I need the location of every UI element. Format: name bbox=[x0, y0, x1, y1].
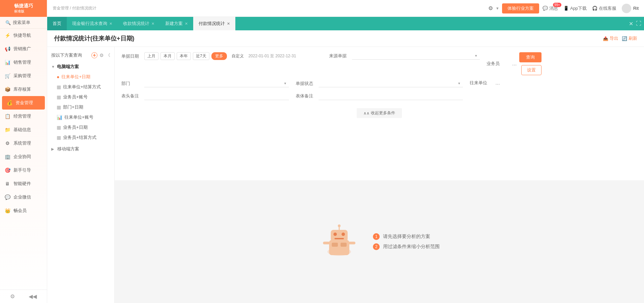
sidebar-item-quick-nav[interactable]: ⚡ 快捷导航 bbox=[0, 29, 47, 42]
date-range: 2022-01-01 至 2022-12-31 bbox=[248, 53, 296, 59]
filter-area: 单据日期 上月 本月 本年 近7天 更多 自定义 2022-01-01 至 20… bbox=[115, 47, 644, 180]
scheme-item-salesman-date[interactable]: ▦业务员+日期 bbox=[47, 122, 114, 132]
add-scheme-icon[interactable]: + bbox=[91, 52, 97, 58]
main-area: 资金管理 / 付款情况统计 ⚙ ▾ 体验行业方案 💬 消息 99+ 📱 App下… bbox=[47, 0, 644, 303]
date-btn-this-month[interactable]: 本月 bbox=[160, 52, 175, 60]
sidebar-item-enterprise[interactable]: 🏢 企业协同 bbox=[0, 150, 47, 163]
sidebar-item-purchase[interactable]: 🛒 采购管理 bbox=[0, 69, 47, 83]
close-tab-icon[interactable]: ✕ bbox=[629, 21, 633, 27]
scheme-panel: 按以下方案查询 + ⚙ 《 ▼ 电脑端方案 ●往来单位+日期▦往来单位+结算方式… bbox=[47, 47, 115, 303]
sidebar-label-sales: 销售管理 bbox=[13, 59, 31, 65]
sidebar-item-wechat[interactable]: 💬 企业微信 bbox=[0, 190, 47, 204]
scheme-item-partner-account[interactable]: 📊往来单位+账号 bbox=[47, 112, 114, 122]
tab-bank-flow[interactable]: 现金银行流水查询✕ bbox=[67, 17, 118, 30]
pc-section-header[interactable]: ▼ 电脑端方案 bbox=[47, 62, 114, 72]
sidebar-item-guide[interactable]: 🎯 新手引导 bbox=[0, 163, 47, 177]
table-header-input[interactable] bbox=[144, 92, 289, 100]
scheme-setting-icon[interactable]: ⚙ bbox=[99, 53, 104, 58]
date-btn-7days[interactable]: 近7天 bbox=[193, 52, 209, 60]
empty-step-1-text: 请先选择要分析的方案 bbox=[383, 234, 430, 240]
close-payment-stats-icon[interactable]: ✕ bbox=[227, 22, 230, 26]
date-btn-more[interactable]: 更多 bbox=[211, 52, 227, 60]
export-button[interactable]: 📤 导出 bbox=[603, 35, 618, 41]
finance-icon: 💰 bbox=[6, 99, 13, 106]
sidebar-item-marketing[interactable]: 📢 营销推广 bbox=[0, 42, 47, 56]
close-bank-flow-icon[interactable]: ✕ bbox=[109, 22, 112, 26]
tab-label-home: 首页 bbox=[53, 21, 61, 27]
tab-label-collection-stats: 收款情况统计 bbox=[123, 21, 149, 27]
trial-button[interactable]: 体验行业方案 bbox=[502, 3, 539, 13]
sidebar-item-inventory[interactable]: 📦 库存核算 bbox=[0, 83, 47, 96]
empty-step-2-text: 用过滤条件来缩小分析范围 bbox=[383, 244, 440, 250]
search-icon: 🔍 bbox=[5, 20, 11, 25]
online-service-button[interactable]: 🎧 在线客服 bbox=[592, 5, 616, 11]
voucher-status-select[interactable]: ▾ bbox=[319, 80, 463, 87]
maximize-icon[interactable]: ⛶ bbox=[636, 21, 641, 27]
messages-button[interactable]: 💬 消息 99+ bbox=[543, 5, 558, 11]
scheme-actions: + ⚙ 《 bbox=[91, 52, 110, 58]
sidebar-label-operations: 经营管理 bbox=[13, 113, 31, 119]
sidebar: 畅捷通巧 标准版 🔍 搜索菜单 ⚡ 快捷导航 📢 营销推广 📊 销售管理 🛒 采… bbox=[0, 0, 47, 303]
svg-rect-10 bbox=[323, 242, 330, 244]
settings-button[interactable]: 设置 bbox=[521, 65, 541, 75]
scheme-item-partner-date[interactable]: ●往来单位+日期 bbox=[47, 72, 114, 82]
basic-info-icon: 📁 bbox=[4, 126, 11, 133]
partner-field: 往来单位 ... bbox=[470, 80, 637, 86]
query-button[interactable]: 查询 bbox=[519, 52, 541, 62]
tab-collection-stats[interactable]: 收款情况统计✕ bbox=[118, 17, 160, 30]
svg-point-9 bbox=[338, 224, 341, 227]
collapse-scheme-icon[interactable]: 《 bbox=[106, 52, 110, 58]
source-label: 来源单据 bbox=[329, 53, 349, 59]
sidebar-label-finance: 资金管理 bbox=[16, 100, 33, 106]
sidebar-item-sales[interactable]: 📊 销售管理 bbox=[0, 56, 47, 69]
sidebar-label-hardware: 智能硬件 bbox=[13, 181, 31, 187]
sidebar-item-operations[interactable]: 📋 经营管理 bbox=[0, 110, 47, 123]
pc-section-title: 电脑端方案 bbox=[57, 64, 79, 70]
date-btn-custom[interactable]: 自定义 bbox=[229, 53, 246, 60]
scheme-panel-title: 按以下方案查询 bbox=[51, 52, 82, 58]
scheme-item-salesman-account[interactable]: ▦业务员+账号 bbox=[47, 92, 114, 102]
collapse-sidebar-icon[interactable]: ◀◀ bbox=[29, 293, 37, 300]
search-menu[interactable]: 🔍 搜索菜单 bbox=[0, 17, 47, 29]
tab-new-scheme[interactable]: 新建方案✕ bbox=[160, 17, 193, 30]
scheme-item-dept-date[interactable]: ▦部门+日期 bbox=[47, 102, 114, 112]
purchase-icon: 🛒 bbox=[4, 72, 11, 79]
mobile-section[interactable]: ▶ 移动端方案 bbox=[47, 144, 114, 154]
source-select[interactable]: ▾ bbox=[352, 52, 480, 60]
scheme-item-salesman-payment[interactable]: ▦业务员+结算方式 bbox=[47, 132, 114, 143]
breadcrumb: 资金管理 / 付款情况统计 bbox=[53, 5, 485, 11]
scheme-label-salesman-payment: 业务员+结算方式 bbox=[63, 134, 96, 141]
date-btn-this-year[interactable]: 本年 bbox=[177, 52, 191, 60]
close-new-scheme-icon[interactable]: ✕ bbox=[185, 22, 188, 26]
dropdown-icon[interactable]: ▾ bbox=[496, 6, 499, 11]
main-body: 付款情况统计(往来单位+日期) 📤 导出 🔄 刷新 按以下方案查询 + bbox=[47, 30, 644, 303]
tab-home[interactable]: 首页 bbox=[47, 17, 67, 30]
sidebar-item-finance[interactable]: 💰 资金管理 bbox=[2, 96, 45, 110]
right-panel: 单据日期 上月 本月 本年 近7天 更多 自定义 2022-01-01 至 20… bbox=[115, 47, 644, 303]
settings-bottom-icon[interactable]: ⚙ bbox=[10, 293, 15, 300]
sidebar-item-member[interactable]: 👑 畅会员 bbox=[0, 204, 47, 217]
svg-rect-4 bbox=[331, 230, 348, 242]
operations-icon: 📋 bbox=[4, 113, 11, 120]
collapse-conditions-button[interactable]: ∧∧ 收起更多条件 bbox=[357, 108, 402, 118]
refresh-button[interactable]: 🔄 刷新 bbox=[622, 35, 637, 41]
salesman-dots: ... bbox=[509, 61, 519, 67]
scheme-item-partner-payment[interactable]: ▦往来单位+结算方式 bbox=[47, 82, 114, 92]
search-menu-label: 搜索菜单 bbox=[13, 20, 30, 26]
empty-steps: 1 请先选择要分析的方案 2 用过滤条件来缩小分析范围 bbox=[373, 233, 440, 250]
inventory-icon: 📦 bbox=[4, 86, 11, 93]
sidebar-item-basic-info[interactable]: 📁 基础信息 bbox=[0, 123, 47, 137]
table-body-input[interactable] bbox=[319, 92, 463, 100]
dept-select[interactable]: ▾ bbox=[144, 80, 289, 87]
user-area[interactable]: Rit bbox=[622, 4, 639, 13]
sidebar-item-system[interactable]: ⚙ 系统管理 bbox=[0, 137, 47, 150]
sidebar-item-hardware[interactable]: 🖥 智能硬件 bbox=[0, 177, 47, 190]
app-download-button[interactable]: 📱 App下载 bbox=[563, 5, 587, 11]
dept-field: 部门 ▾ bbox=[121, 80, 289, 87]
date-btn-last-month[interactable]: 上月 bbox=[144, 52, 158, 60]
salesman-account-icon: ▦ bbox=[57, 94, 61, 100]
tab-payment-stats[interactable]: 付款情况统计✕ bbox=[193, 17, 235, 30]
gear-icon[interactable]: ⚙ bbox=[488, 5, 493, 11]
close-collection-stats-icon[interactable]: ✕ bbox=[151, 22, 154, 26]
system-icon: ⚙ bbox=[4, 140, 11, 147]
